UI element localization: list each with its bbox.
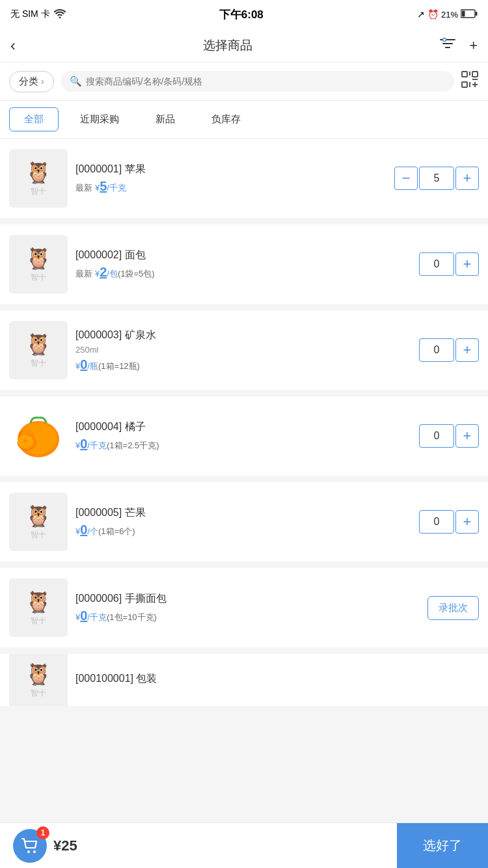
increment-button[interactable]: + xyxy=(455,510,479,534)
product-price: 最新 ¥2/包(1袋=5包) xyxy=(75,265,411,280)
tab-all[interactable]: 全部 xyxy=(9,107,59,131)
svg-rect-7 xyxy=(462,72,467,77)
product-name: [0000004] 橘子 xyxy=(75,420,411,434)
filter-icon[interactable] xyxy=(439,36,456,55)
product-price: ¥0/千克(1包=10千克) xyxy=(75,608,420,623)
cart-area: 1 ¥25 xyxy=(0,829,77,863)
product-info: [0000006] 手撕面包 ¥0/千克(1包=10千克) xyxy=(75,592,420,623)
product-image: 🦉 智十 xyxy=(9,654,68,706)
list-item: 🦉 智十 [0000006] 手撕面包 ¥0/千克(1包=10千克) 录批次 xyxy=(0,568,488,647)
svg-point-6 xyxy=(443,38,446,41)
decrement-button[interactable]: − xyxy=(394,167,418,190)
svg-rect-9 xyxy=(472,72,478,77)
category-button[interactable]: 分类 › xyxy=(9,71,54,92)
quantity-display: 0 xyxy=(419,510,454,534)
status-indicators: ↗ ⏰ 21% xyxy=(417,9,478,20)
filter-bar: 分类 › 🔍 xyxy=(0,62,488,101)
search-icon: 🔍 xyxy=(70,75,82,87)
status-carrier: 无 SIM 卡 xyxy=(10,8,66,20)
product-info: [0000003] 矿泉水 250ml ¥0/瓶(1箱=12瓶) xyxy=(75,329,411,372)
page-title: 选择商品 xyxy=(203,37,252,54)
product-name: [0000001] 苹果 xyxy=(75,163,386,176)
cart-total: ¥25 xyxy=(53,837,77,854)
product-name: [0000002] 面包 xyxy=(75,249,411,262)
list-item: 🦉 智十 [0000005] 芒果 ¥0/个(1箱=6个) 0 + xyxy=(0,482,488,562)
tabs-bar: 全部 近期采购 新品 负库存 xyxy=(0,101,488,139)
product-price: ¥0/个(1箱=6个) xyxy=(75,522,411,537)
cart-button[interactable]: 1 xyxy=(13,829,47,863)
list-item: [0000004] 橘子 ¥0/千克(1箱=2.5千克) 0 + xyxy=(0,396,488,476)
tab-negative[interactable]: 负库存 xyxy=(197,107,256,131)
list-item: 🦉 智十 [0000002] 面包 最新 ¥2/包(1袋=5包) 0 + xyxy=(0,224,488,304)
product-name: [000100001] 包装 xyxy=(75,672,479,686)
search-input[interactable] xyxy=(86,76,445,87)
product-list: 🦉 智十 [0000001] 苹果 最新 ¥5/千克 − + 🦉 智十 [ xyxy=(0,139,488,758)
location-icon: ↗ xyxy=(417,9,425,20)
batch-button[interactable]: 录批次 xyxy=(427,596,479,620)
svg-rect-2 xyxy=(461,10,465,16)
list-item: 🦉 智十 [0000001] 苹果 最新 ¥5/千克 − + xyxy=(0,139,488,218)
list-item: 🦉 智十 [0000003] 矿泉水 250ml ¥0/瓶(1箱=12瓶) 0 … xyxy=(0,310,488,390)
quantity-control: 0 + xyxy=(419,424,479,448)
tab-recent[interactable]: 近期采购 xyxy=(65,107,134,131)
owl-icon: 🦉 xyxy=(25,332,51,357)
quantity-control: 0 + xyxy=(419,510,479,534)
increment-button[interactable]: + xyxy=(455,424,479,448)
product-info: [0000002] 面包 最新 ¥2/包(1袋=5包) xyxy=(75,249,411,280)
wifi-icon xyxy=(54,9,66,20)
product-name: [0000003] 矿泉水 xyxy=(75,329,411,342)
svg-rect-1 xyxy=(475,12,477,16)
product-image: 🦉 智十 xyxy=(9,578,68,637)
quantity-display: 0 xyxy=(419,252,454,276)
product-image: 🦉 智十 xyxy=(9,321,68,379)
quantity-control: 0 + xyxy=(419,338,479,362)
quantity-control: 0 + xyxy=(419,252,479,276)
product-price: ¥0/千克(1箱=2.5千克) xyxy=(75,437,411,452)
cart-badge: 1 xyxy=(36,826,49,839)
owl-icon: 🦉 xyxy=(25,160,51,185)
tab-new[interactable]: 新品 xyxy=(141,107,190,131)
bottom-bar: 1 ¥25 选好了 xyxy=(0,822,488,868)
nav-bar: ‹ 选择商品 + xyxy=(0,29,488,62)
alarm-icon: ⏰ xyxy=(427,9,439,20)
nav-actions: + xyxy=(439,36,478,55)
quantity-input[interactable] xyxy=(419,167,454,190)
owl-icon: 🦉 xyxy=(25,590,51,614)
owl-icon: 🦉 xyxy=(25,662,51,686)
product-name: [0000005] 芒果 xyxy=(75,506,411,520)
product-info: [0000004] 橘子 ¥0/千克(1箱=2.5千克) xyxy=(75,420,411,452)
carrier-text: 无 SIM 卡 xyxy=(10,8,50,20)
add-icon[interactable]: + xyxy=(469,37,478,54)
owl-icon: 🦉 xyxy=(25,246,51,271)
product-info: [0000005] 芒果 ¥0/个(1箱=6个) xyxy=(75,506,411,537)
svg-point-24 xyxy=(33,850,36,853)
battery-icon xyxy=(461,9,478,20)
quantity-control: − + xyxy=(394,167,479,190)
increment-button[interactable]: + xyxy=(455,338,479,362)
confirm-button[interactable]: 选好了 xyxy=(397,823,488,869)
product-info: [0000001] 苹果 最新 ¥5/千克 xyxy=(75,163,386,194)
product-image: 🦉 智十 xyxy=(9,149,68,208)
svg-rect-8 xyxy=(462,82,467,87)
list-item-partial: 🦉 智十 [000100001] 包装 xyxy=(0,654,488,706)
increment-button[interactable]: + xyxy=(455,252,479,276)
product-info: [000100001] 包装 xyxy=(75,672,479,688)
increment-button[interactable]: + xyxy=(455,167,479,190)
product-price: ¥0/瓶(1箱=12瓶) xyxy=(75,357,411,372)
quantity-display: 0 xyxy=(419,338,454,362)
product-price: 最新 ¥5/千克 xyxy=(75,179,386,194)
svg-point-23 xyxy=(27,850,30,853)
battery-text: 21% xyxy=(441,10,458,20)
status-bar: 无 SIM 卡 下午6:08 ↗ ⏰ 21% xyxy=(0,0,488,29)
owl-icon: 🦉 xyxy=(25,504,51,528)
product-image: 🦉 智十 xyxy=(9,493,68,551)
back-button[interactable]: ‹ xyxy=(10,36,16,55)
scan-icon[interactable] xyxy=(461,70,479,92)
product-name: [0000006] 手撕面包 xyxy=(75,592,420,606)
product-spec: 250ml xyxy=(75,345,411,355)
product-image: 🦉 智十 xyxy=(9,235,68,293)
product-image xyxy=(9,407,68,465)
search-box: 🔍 xyxy=(61,71,454,92)
quantity-display: 0 xyxy=(419,424,454,448)
status-time: 下午6:08 xyxy=(219,7,264,22)
